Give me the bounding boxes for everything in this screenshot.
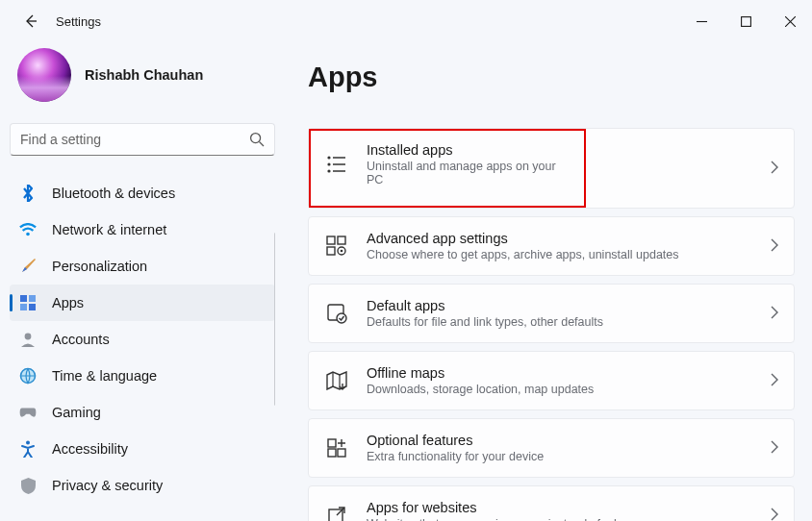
minimize-icon bbox=[697, 16, 707, 27]
svg-rect-21 bbox=[328, 449, 336, 457]
svg-rect-15 bbox=[327, 247, 335, 255]
accessibility-icon bbox=[19, 440, 37, 458]
chevron-right-icon bbox=[771, 161, 778, 177]
sidebar: Rishabh Chauhan Bluetooth & devices Netw… bbox=[0, 42, 285, 521]
svg-point-9 bbox=[26, 441, 30, 445]
card-subtitle: Websites that can open in an app instead… bbox=[367, 517, 751, 521]
maximize-icon bbox=[741, 16, 751, 27]
svg-point-19 bbox=[337, 313, 346, 323]
svg-point-2 bbox=[26, 233, 30, 236]
list-icon bbox=[326, 154, 347, 175]
wifi-icon bbox=[19, 221, 37, 238]
card-apps-for-websites[interactable]: Apps for websites Websites that can open… bbox=[308, 485, 795, 521]
sidebar-item-label: Bluetooth & devices bbox=[52, 186, 175, 201]
add-feature-icon bbox=[326, 437, 347, 459]
card-subtitle: Choose where to get apps, archive apps, … bbox=[367, 248, 751, 261]
sidebar-item-label: Apps bbox=[52, 295, 84, 310]
gamepad-icon bbox=[19, 404, 37, 421]
scrollbar[interactable] bbox=[274, 233, 275, 406]
card-subtitle: Defaults for file and link types, other … bbox=[367, 315, 751, 329]
defaults-icon bbox=[326, 303, 347, 324]
chevron-right-icon bbox=[771, 373, 778, 389]
back-button[interactable] bbox=[13, 4, 48, 38]
close-button[interactable] bbox=[768, 6, 812, 37]
svg-rect-5 bbox=[20, 304, 27, 310]
svg-rect-4 bbox=[29, 295, 36, 302]
titlebar: Settings bbox=[0, 0, 812, 42]
card-advanced-app-settings[interactable]: Advanced app settings Choose where to ge… bbox=[308, 216, 795, 276]
svg-point-12 bbox=[327, 169, 330, 172]
window-controls bbox=[679, 6, 812, 37]
svg-rect-14 bbox=[338, 236, 345, 244]
main-content: Apps Installed apps Uninstall and manage… bbox=[285, 42, 812, 521]
apps-gear-icon bbox=[326, 236, 347, 257]
sidebar-item-label: Privacy & security bbox=[52, 478, 163, 493]
user-name: Rishabh Chauhan bbox=[85, 67, 203, 83]
svg-point-10 bbox=[327, 156, 330, 159]
svg-point-11 bbox=[327, 162, 330, 165]
nav-list: Bluetooth & devices Network & internet P… bbox=[10, 175, 275, 511]
chevron-right-icon bbox=[771, 306, 778, 322]
card-subtitle: Extra functionality for your device bbox=[367, 450, 751, 463]
sidebar-item-personalization[interactable]: Personalization bbox=[10, 248, 275, 285]
card-subtitle: Downloads, storage location, map updates bbox=[367, 383, 751, 396]
sidebar-item-label: Network & internet bbox=[52, 222, 166, 237]
sidebar-item-network-internet[interactable]: Network & internet bbox=[10, 211, 275, 248]
sidebar-item-label: Gaming bbox=[52, 405, 101, 420]
card-title: Apps for websites bbox=[367, 500, 751, 515]
page-title: Apps bbox=[308, 62, 795, 93]
card-title: Offline maps bbox=[367, 365, 751, 381]
sidebar-item-gaming[interactable]: Gaming bbox=[10, 394, 275, 431]
sidebar-item-time-language[interactable]: Time & language bbox=[10, 358, 275, 394]
chevron-right-icon bbox=[771, 440, 778, 457]
minimize-button[interactable] bbox=[679, 6, 723, 37]
svg-point-17 bbox=[341, 250, 343, 253]
sidebar-item-label: Accessibility bbox=[52, 441, 128, 457]
paintbrush-icon bbox=[19, 258, 37, 275]
globe-clock-icon bbox=[19, 367, 37, 385]
card-optional-features[interactable]: Optional features Extra functionality fo… bbox=[308, 418, 795, 478]
sidebar-item-label: Accounts bbox=[52, 332, 110, 347]
sidebar-item-label: Time & language bbox=[52, 368, 157, 384]
apps-icon bbox=[19, 294, 37, 311]
svg-rect-6 bbox=[29, 304, 36, 310]
card-title: Advanced app settings bbox=[367, 231, 751, 246]
bluetooth-icon bbox=[19, 185, 37, 202]
card-title: Optional features bbox=[367, 433, 751, 448]
close-icon bbox=[785, 16, 796, 27]
svg-rect-0 bbox=[741, 16, 750, 26]
sidebar-item-label: Personalization bbox=[52, 259, 147, 274]
person-icon bbox=[19, 331, 37, 348]
card-subtitle: Uninstall and manage apps on your PC bbox=[367, 160, 571, 186]
search-icon bbox=[249, 132, 265, 147]
map-icon bbox=[326, 370, 347, 391]
svg-point-1 bbox=[251, 134, 261, 143]
back-arrow-icon bbox=[23, 13, 38, 29]
sidebar-item-privacy-security[interactable]: Privacy & security bbox=[10, 467, 275, 504]
svg-rect-22 bbox=[338, 449, 345, 457]
sidebar-item-accessibility[interactable]: Accessibility bbox=[10, 431, 275, 467]
svg-rect-13 bbox=[327, 236, 335, 244]
sidebar-item-accounts[interactable]: Accounts bbox=[10, 321, 275, 358]
window-title: Settings bbox=[56, 14, 101, 29]
svg-point-7 bbox=[25, 334, 32, 340]
chevron-right-icon bbox=[771, 508, 778, 522]
svg-rect-3 bbox=[20, 295, 27, 302]
sidebar-item-bluetooth-devices[interactable]: Bluetooth & devices bbox=[10, 175, 275, 211]
profile-section[interactable]: Rishabh Chauhan bbox=[10, 42, 275, 123]
open-external-icon bbox=[326, 505, 347, 521]
sidebar-item-apps[interactable]: Apps bbox=[10, 285, 275, 321]
shield-icon bbox=[19, 477, 37, 494]
card-title: Default apps bbox=[367, 298, 751, 313]
card-installed-apps[interactable]: Installed apps Uninstall and manage apps… bbox=[309, 129, 586, 200]
maximize-button[interactable] bbox=[723, 6, 768, 37]
svg-rect-20 bbox=[328, 439, 336, 447]
avatar bbox=[17, 48, 71, 102]
card-title: Installed apps bbox=[367, 142, 571, 158]
card-offline-maps[interactable]: Offline maps Downloads, storage location… bbox=[308, 351, 795, 410]
chevron-right-icon bbox=[771, 238, 778, 255]
card-default-apps[interactable]: Default apps Defaults for file and link … bbox=[308, 284, 795, 343]
search-box[interactable] bbox=[10, 123, 275, 156]
search-input[interactable] bbox=[20, 132, 249, 147]
